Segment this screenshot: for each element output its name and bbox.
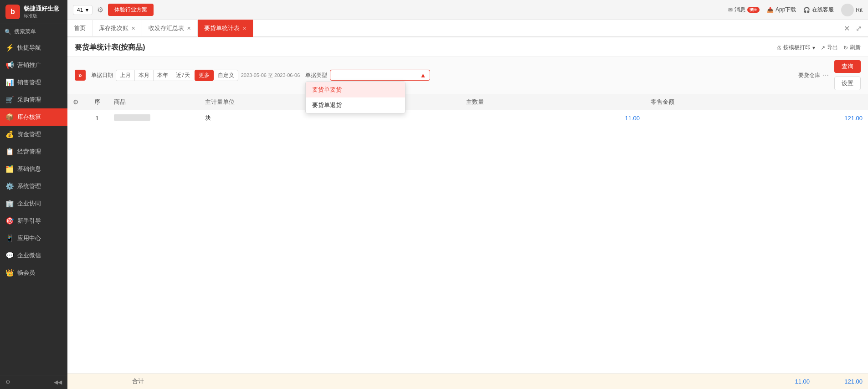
last-7days-btn[interactable]: 近7天: [172, 70, 194, 81]
sidebar-search[interactable]: 🔍 搜索菜单: [0, 24, 67, 39]
type-select-input[interactable]: [334, 72, 420, 78]
export-icon: ↗: [821, 45, 825, 51]
sidebar-item-basic[interactable]: 🗂️ 基础信息: [0, 160, 67, 178]
sidebar-item-newbie[interactable]: 🎯 新手引导: [0, 212, 67, 230]
expand-tabs-icon[interactable]: ⤢: [856, 24, 862, 33]
sidebar-item-marketing[interactable]: 📢 营销推广: [0, 56, 67, 74]
top-bar-left: 41 ▾ ⚙ 体验行业方案: [73, 4, 154, 16]
headset-icon: 🎧: [803, 7, 810, 13]
trial-btn[interactable]: 体验行业方案: [108, 4, 154, 16]
footer-qty: 11.00: [764, 378, 810, 385]
online-service[interactable]: 🎧 在线客服: [803, 6, 834, 14]
type-select[interactable]: ▲: [330, 70, 430, 81]
warehouse-filter-label: 要货仓库: [798, 72, 820, 79]
col-qty: 主数量: [461, 94, 645, 110]
footer-label: 合计: [114, 377, 219, 385]
this-month-btn[interactable]: 本月: [134, 70, 153, 81]
sidebar-item-system[interactable]: ⚙️ 系统管理: [0, 178, 67, 195]
refresh-icon: ↻: [843, 45, 848, 51]
sidebar-item-purchase[interactable]: 🛒 采购管理: [0, 91, 67, 108]
sidebar-item-inventory[interactable]: 📦 库存核算: [0, 108, 67, 126]
table-settings-icon[interactable]: ⚙: [73, 98, 79, 106]
settings-btn[interactable]: 设置: [834, 77, 861, 90]
refresh-btn[interactable]: ↻ 刷新: [843, 44, 861, 51]
nav-icon: 🎯: [5, 217, 14, 225]
dropdown-item-order-return[interactable]: 要货单退货: [306, 97, 405, 113]
type-filter-group: 单据类型 ▲ 要货单要货 要货单退货: [305, 70, 430, 81]
chevron-up-icon[interactable]: ▲: [420, 72, 426, 79]
cell-seq: 1: [86, 110, 108, 126]
sidebar-item-appstore[interactable]: 📱 应用中心: [0, 230, 67, 247]
export-btn[interactable]: ↗ 导出: [821, 44, 838, 51]
sidebar-item-quick-nav[interactable]: ⚡ 快捷导航: [0, 39, 67, 56]
tab-order-stat[interactable]: 要货单统计表 ✕: [198, 20, 253, 37]
date-filter-label: 单据日期: [91, 72, 113, 79]
table-container: ⚙ 序 商品 主计量单位 主数量 零售金额 1 块 11.00: [67, 94, 868, 373]
close-tab-order-stat[interactable]: ✕: [242, 26, 247, 31]
warehouse-filter-group: 要货仓库 ···: [798, 71, 829, 79]
close-tab-receivable[interactable]: ✕: [187, 26, 191, 31]
page-title: 要货单统计表(按商品): [75, 43, 145, 52]
sidebar-item-wechat[interactable]: 💬 企业微信: [0, 247, 67, 264]
page-container: 要货单统计表(按商品) 🖨 按模板打印 ▾ ↗ 导出 ↻ 刷新: [67, 37, 868, 389]
nav-icon: 📱: [5, 234, 14, 242]
sidebar-item-operations[interactable]: 📋 经营管理: [0, 143, 67, 160]
dropdown-item-order-goods[interactable]: 要货单要货: [306, 82, 405, 97]
nav-icon: ⚡: [5, 44, 14, 52]
col-settings: ⚙: [67, 94, 86, 110]
topbar-gear-icon[interactable]: ⚙: [97, 5, 103, 14]
col-amount: 零售金额: [645, 94, 868, 110]
nav-icon: ⚙️: [5, 182, 14, 190]
filter-bar: » 单据日期 上月 本月 本年 近7天 更多 自定义 2023-05-06 至 …: [67, 56, 868, 94]
branch-selector[interactable]: 41 ▾: [73, 5, 92, 15]
top-bar: 41 ▾ ⚙ 体验行业方案 ✉ 消息 99+ 📥 App下载 🎧 在线客服 R: [67, 0, 868, 20]
tab-home[interactable]: 首页: [67, 20, 92, 37]
type-filter-label: 单据类型: [305, 72, 327, 79]
nav-icon: 👑: [5, 269, 14, 277]
logo-icon: b: [5, 5, 20, 19]
more-date-btn[interactable]: 更多: [195, 70, 214, 81]
sidebar-logo: b 畅捷通好生意 标准版: [0, 0, 67, 24]
date-range-display: 2023-05-06 至 2023-06-06: [241, 72, 300, 79]
this-year-btn[interactable]: 本年: [153, 70, 172, 81]
cell-product: [108, 110, 200, 126]
nav-icon: 📦: [5, 113, 14, 121]
page-header: 要货单统计表(按商品) 🖨 按模板打印 ▾ ↗ 导出 ↻ 刷新: [67, 37, 868, 56]
close-tab-batch[interactable]: ✕: [131, 26, 135, 31]
col-product: 商品: [108, 94, 200, 110]
nav-icon: 📋: [5, 148, 14, 156]
chevron-down-icon: ▾: [86, 7, 88, 13]
settings-icon[interactable]: ⚙: [5, 379, 10, 385]
tab-batch[interactable]: 库存批次账 ✕: [92, 20, 142, 37]
page-actions: 🖨 按模板打印 ▾ ↗ 导出 ↻ 刷新: [776, 44, 861, 51]
more-options-icon[interactable]: ···: [823, 71, 829, 79]
print-btn[interactable]: 🖨 按模板打印 ▾: [776, 44, 815, 51]
date-filter-group: 单据日期 上月 本月 本年 近7天 更多 自定义 2023-05-06 至 20…: [91, 70, 300, 81]
filter-expand-btn[interactable]: »: [75, 70, 86, 81]
footer-amount: 121.00: [817, 378, 863, 385]
message-notify[interactable]: ✉ 消息 99+: [728, 6, 760, 14]
close-all-tabs-icon[interactable]: ✕: [844, 24, 850, 33]
main-area: 41 ▾ ⚙ 体验行业方案 ✉ 消息 99+ 📥 App下载 🎧 在线客服 R: [67, 0, 868, 389]
query-btn-group: 查询 设置: [834, 60, 861, 90]
tab-receivable[interactable]: 收发存汇总表 ✕: [142, 20, 198, 37]
sidebar-item-finance[interactable]: 💰 资金管理: [0, 126, 67, 143]
avatar-image: [841, 4, 854, 16]
sidebar-item-member[interactable]: 👑 畅会员: [0, 264, 67, 282]
last-month-btn[interactable]: 上月: [116, 70, 134, 81]
content-area: 要货单统计表(按商品) 🖨 按模板打印 ▾ ↗ 导出 ↻ 刷新: [67, 37, 868, 389]
col-seq: 序: [86, 94, 108, 110]
user-avatar[interactable]: Rit: [841, 4, 863, 16]
sidebar-item-enterprise[interactable]: 🏢 企业协同: [0, 195, 67, 212]
app-download[interactable]: 📥 App下载: [767, 6, 796, 14]
sidebar-item-sales[interactable]: 📊 销售管理: [0, 74, 67, 91]
table-footer: 合计 11.00 121.00: [67, 373, 868, 389]
query-btn[interactable]: 查询: [834, 60, 861, 73]
nav-icon: 📊: [5, 78, 14, 87]
collapse-icon[interactable]: ◀◀: [54, 379, 62, 385]
table-row: 1 块 11.00 121.00: [67, 110, 868, 126]
chevron-down-icon: ▾: [812, 45, 815, 51]
nav-icon: 📢: [5, 61, 14, 69]
custom-date-btn[interactable]: 自定义: [214, 70, 238, 81]
sidebar-nav: ⚡ 快捷导航 📢 营销推广 📊 销售管理 🛒 采购管理 📦 库存核算 💰 资金管…: [0, 39, 67, 375]
